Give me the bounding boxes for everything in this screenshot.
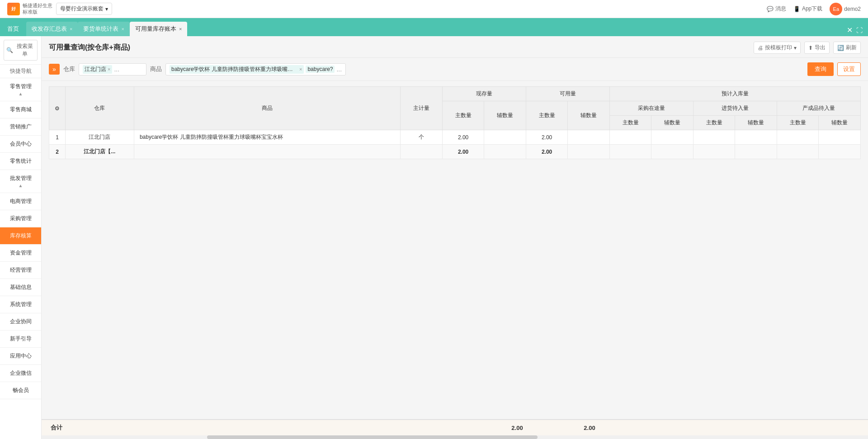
- th-available-main: 主数量: [526, 101, 568, 130]
- sidebar-item-member-label: 会员中心: [10, 140, 32, 148]
- tab-order-stats[interactable]: 要货单统计表 ×: [78, 22, 129, 36]
- sidebar-item-basic-info[interactable]: 基础信息: [0, 279, 41, 296]
- settings-btn[interactable]: 设置: [837, 62, 861, 76]
- product-dots[interactable]: ...: [336, 66, 342, 73]
- tab-home[interactable]: 首页: [0, 22, 26, 36]
- cell-product-0: babycare学饮杯 儿童防摔防撞吸管杯重力球吸嘴杯宝宝水杯: [134, 130, 400, 145]
- sidebar-item-member[interactable]: 会员中心: [0, 136, 41, 153]
- th-finished-pending-group: 产成品待入量: [777, 101, 860, 116]
- th-purchase-transit-group: 采购在途量: [609, 101, 693, 116]
- th-purchase-transit-main: 主数量: [609, 116, 651, 130]
- sidebar-item-retail-mall[interactable]: 零售商城: [0, 101, 41, 118]
- sidebar-item-vip-member[interactable]: 畅会员: [0, 382, 41, 399]
- page-title: 可用量查询(按仓库+商品): [49, 43, 130, 52]
- app-download-btn[interactable]: 📱 App下载: [793, 5, 822, 13]
- product-tag-1: babycare?: [306, 66, 335, 73]
- sidebar-item-enterprise-wechat-label: 企业微信: [10, 369, 32, 377]
- header-actions: 🖨 按模板打印 ▾ ⬆ 导出 🔄 刷新: [754, 42, 861, 54]
- footer-fp-main: [788, 425, 825, 431]
- sidebar-item-finance[interactable]: 资金管理: [0, 245, 41, 262]
- export-btn[interactable]: ⬆ 导出: [804, 42, 830, 54]
- product-tag-1-label: babycare?: [307, 66, 333, 72]
- cell-available-aux-1: [568, 145, 610, 159]
- data-table: ⚙ 仓库 商品 主计量 现存量: [49, 86, 861, 159]
- sidebar-item-operations-label: 经营管理: [10, 266, 32, 274]
- horizontal-scrollbar[interactable]: [42, 435, 868, 439]
- brand-selector[interactable]: 母婴行业演示账套 ▾: [56, 3, 112, 15]
- cell-num-0: 1: [49, 130, 66, 145]
- close-window-btn[interactable]: ✕: [847, 26, 853, 34]
- sidebar-item-system-label: 系统管理: [10, 301, 32, 308]
- sidebar-item-inventory[interactable]: 库存核算: [0, 227, 41, 245]
- template-print-label: 按模板打印: [765, 44, 792, 52]
- refresh-icon: 🔄: [837, 45, 844, 51]
- message-btn[interactable]: 💬 消息: [767, 5, 786, 13]
- cell-available-main-0: 2.00: [526, 130, 568, 145]
- sidebar-item-enterprise-label: 企业协同: [10, 318, 32, 326]
- sidebar-item-enterprise-wechat[interactable]: 企业微信: [0, 365, 41, 382]
- template-print-btn[interactable]: 🖨 按模板打印 ▾: [754, 42, 801, 54]
- sidebar-item-enterprise[interactable]: 企业协同: [0, 313, 41, 330]
- tab-order-stats-close[interactable]: ×: [121, 26, 124, 32]
- expand-window-btn[interactable]: ⛶: [856, 27, 863, 34]
- cell-ip-main-0: [693, 130, 735, 145]
- cell-current-aux-0: [484, 130, 526, 145]
- cell-fp-aux-1: [819, 145, 861, 159]
- table-container: ⚙ 仓库 商品 主计量 现存量: [42, 81, 868, 419]
- cell-fp-main-0: [777, 130, 819, 145]
- message-label: 消息: [775, 5, 786, 13]
- sidebar-item-app-center-label: 应用中心: [10, 352, 32, 360]
- th-settings[interactable]: ⚙: [49, 87, 66, 130]
- tabbar-controls: ✕ ⛶: [847, 26, 868, 36]
- tab-summary[interactable]: 收发存汇总表 ×: [26, 22, 78, 36]
- warehouse-tag-area[interactable]: 江北门店 × ...: [79, 63, 146, 76]
- tab-available-stock-label: 可用量库存账本: [135, 25, 176, 33]
- user-area[interactable]: Ea demo2: [830, 3, 861, 15]
- footer-label: 合计: [49, 424, 90, 432]
- warehouse-dots[interactable]: ...: [114, 66, 119, 73]
- quick-nav-label: 快捷导航: [10, 68, 32, 74]
- cell-pt-main-0: [609, 130, 651, 145]
- sidebar-item-finance-label: 资金管理: [10, 249, 32, 257]
- cell-current-main-0: 2.00: [442, 130, 484, 145]
- cell-ip-aux-1: [735, 145, 777, 159]
- sidebar-item-new-guide[interactable]: 新手引导: [0, 330, 41, 348]
- footer-fp-aux: [825, 425, 861, 431]
- th-inbound-pending-main: 主数量: [693, 116, 735, 130]
- sidebar-item-ecommerce-label: 电商管理: [10, 198, 32, 205]
- product-tag-0-label: babycare学饮杯 儿童防摔防撞吸管杯重力球吸嘴杯宝宝水杯: [171, 66, 298, 73]
- sidebar-item-system[interactable]: 系统管理: [0, 296, 41, 313]
- sidebar-item-purchase-mgmt[interactable]: 采购管理: [0, 210, 41, 227]
- filter-expand-btn[interactable]: »: [49, 64, 60, 75]
- tab-summary-close[interactable]: ×: [70, 26, 72, 32]
- sidebar-item-retail-mgmt[interactable]: 零售管理 ▲: [0, 78, 41, 101]
- product-tag-area[interactable]: babycare学饮杯 儿童防摔防撞吸管杯重力球吸嘴杯宝宝水杯 × babyca…: [165, 63, 346, 76]
- logo-line2: 标准版: [23, 9, 52, 15]
- sidebar-item-wholesale-mgmt[interactable]: 批发管理 ▲: [0, 170, 41, 193]
- sidebar-item-marketing[interactable]: 营销推广: [0, 118, 41, 136]
- th-finished-pending-aux: 辅数量: [819, 116, 861, 130]
- scrollbar-thumb[interactable]: [207, 435, 538, 439]
- sidebar-item-ecommerce[interactable]: 电商管理: [0, 193, 41, 210]
- footer-totals: 2.00 2.00: [499, 425, 861, 431]
- query-btn[interactable]: 查询: [807, 62, 834, 76]
- tab-available-stock-close[interactable]: ×: [179, 26, 182, 32]
- warehouse-tag-0-close[interactable]: ×: [108, 66, 110, 72]
- product-tag-0: babycare学饮杯 儿童防摔防撞吸管杯重力球吸嘴杯宝宝水杯 ×: [170, 65, 304, 74]
- cell-unit-0: 个: [401, 130, 443, 145]
- sidebar-item-app-center[interactable]: 应用中心: [0, 348, 41, 365]
- sidebar-item-retail-stats[interactable]: 零售统计: [0, 153, 41, 170]
- footer-available-aux-total: [608, 425, 644, 431]
- topbar: 好 畅捷通好生意 标准版 母婴行业演示账套 ▾ 💬 消息 📱 App下载 Ea …: [0, 0, 868, 18]
- tab-available-stock[interactable]: 可用量库存账本 ×: [130, 22, 187, 36]
- content-header: 可用量查询(按仓库+商品) 🖨 按模板打印 ▾ ⬆ 导出 🔄 刷新: [42, 36, 868, 58]
- export-label: 导出: [815, 44, 826, 52]
- logo-text: 畅捷通好生意 标准版: [23, 3, 52, 14]
- refresh-btn[interactable]: 🔄 刷新: [833, 42, 861, 54]
- search-menu-btn[interactable]: 🔍 搜索菜单: [4, 40, 38, 61]
- cell-fp-main-1: [777, 145, 819, 159]
- sidebar-item-operations[interactable]: 经营管理: [0, 262, 41, 279]
- product-tag-0-close[interactable]: ×: [299, 66, 302, 72]
- filter-row: 仓库 江北门店 × ... 商品 babycare学饮杯 儿童防摔防撞吸管杯重力…: [63, 62, 861, 76]
- sidebar-quick-nav[interactable]: 快捷导航: [0, 65, 41, 78]
